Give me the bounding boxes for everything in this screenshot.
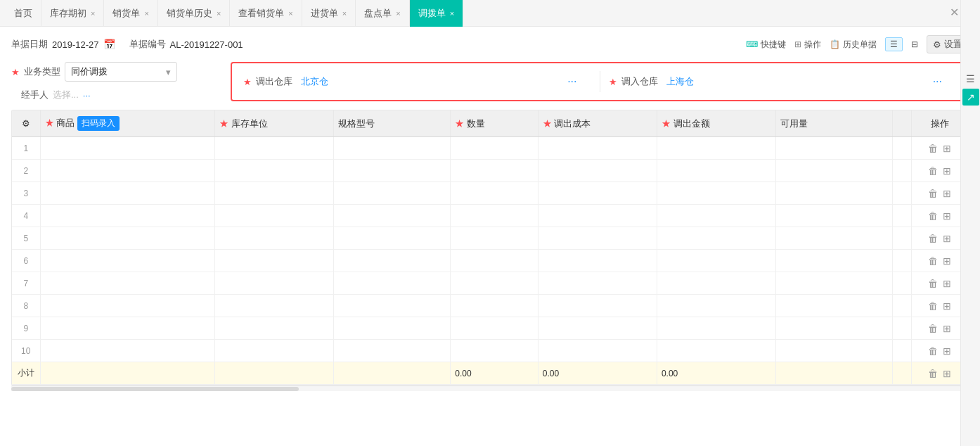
cell-qty[interactable]: [451, 137, 538, 160]
cell-qty[interactable]: [451, 250, 538, 272]
delete-icon[interactable]: 🗑: [928, 278, 938, 289]
cell-amount[interactable]: [657, 182, 775, 205]
cell-spec[interactable]: [334, 182, 451, 205]
cell-cost[interactable]: [538, 227, 657, 250]
cell-qty[interactable]: [451, 227, 538, 250]
cell-amount[interactable]: [657, 317, 775, 340]
close-icon[interactable]: ×: [217, 9, 221, 18]
cell-available[interactable]: [776, 182, 893, 205]
copy-icon[interactable]: ⊞: [943, 345, 951, 357]
delete-icon[interactable]: 🗑: [928, 210, 938, 222]
cell-spec[interactable]: [334, 160, 451, 182]
cell-amount[interactable]: [657, 250, 775, 272]
close-icon[interactable]: ×: [396, 9, 400, 18]
copy-icon[interactable]: ⊞: [943, 143, 951, 154]
cell-unit[interactable]: [215, 205, 334, 227]
window-close-button[interactable]: ✕: [950, 6, 959, 19]
cell-unit[interactable]: [215, 227, 334, 250]
cell-product[interactable]: [40, 340, 215, 362]
cell-amount[interactable]: [657, 272, 775, 295]
cell-spec[interactable]: [334, 272, 451, 295]
copy-icon[interactable]: ⊞: [943, 210, 951, 222]
cell-amount[interactable]: [657, 160, 775, 182]
cell-product[interactable]: [40, 160, 215, 182]
date-value[interactable]: 2019-12-27: [52, 39, 99, 50]
cell-amount[interactable]: [657, 205, 775, 227]
cell-qty[interactable]: [451, 160, 538, 182]
tab-purchase-order[interactable]: 进货单 ×: [302, 0, 356, 27]
cell-cost[interactable]: [538, 340, 657, 362]
operation-button[interactable]: ⊞ 操作: [794, 39, 821, 51]
cell-spec[interactable]: [334, 137, 451, 160]
delete-icon[interactable]: 🗑: [928, 323, 938, 334]
cell-unit[interactable]: [215, 295, 334, 317]
cell-unit[interactable]: [215, 340, 334, 362]
cell-product[interactable]: [40, 317, 215, 340]
cell-amount[interactable]: [657, 340, 775, 362]
delete-icon[interactable]: 🗑: [928, 368, 938, 379]
cell-amount[interactable]: [657, 137, 775, 160]
shortcut-button[interactable]: ⌨ 快捷键: [746, 39, 786, 51]
sidebar-list-icon[interactable]: ☰: [962, 70, 979, 87]
horizontal-scrollbar[interactable]: [11, 386, 969, 391]
copy-icon[interactable]: ⊞: [943, 300, 951, 312]
close-icon[interactable]: ×: [91, 9, 95, 18]
list-view-button[interactable]: ☰: [885, 37, 903, 51]
tab-transfer-order[interactable]: 调拨单 ×: [410, 0, 463, 27]
tab-inventory-check[interactable]: 盘点单 ×: [356, 0, 409, 27]
tab-view-sales[interactable]: 查看销货单 ×: [230, 0, 302, 27]
cell-amount[interactable]: [657, 295, 775, 317]
copy-icon[interactable]: ⊞: [943, 368, 951, 379]
cell-available[interactable]: [776, 205, 893, 227]
cell-spec[interactable]: [334, 340, 451, 362]
calendar-icon[interactable]: 📅: [103, 39, 115, 50]
cell-unit[interactable]: [215, 160, 334, 182]
cell-qty[interactable]: [451, 272, 538, 295]
copy-icon[interactable]: ⊞: [943, 233, 951, 244]
warehouse-in-value[interactable]: 上海仓: [666, 75, 694, 88]
delete-icon[interactable]: 🗑: [928, 345, 938, 357]
cell-product[interactable]: [40, 227, 215, 250]
close-icon[interactable]: ×: [144, 9, 148, 18]
history-button[interactable]: 📋 历史单据: [830, 39, 877, 51]
cell-cost[interactable]: [538, 182, 657, 205]
delete-icon[interactable]: 🗑: [928, 188, 938, 199]
tab-sales-order[interactable]: 销货单 ×: [104, 0, 157, 27]
sidebar-export-icon[interactable]: ↗: [962, 89, 979, 106]
cell-spec[interactable]: [334, 205, 451, 227]
handler-input[interactable]: 选择...: [53, 89, 79, 101]
tab-home[interactable]: 首页: [6, 0, 41, 27]
handler-dots-button[interactable]: ···: [83, 90, 91, 101]
cell-qty[interactable]: [451, 295, 538, 317]
cell-qty[interactable]: [451, 317, 538, 340]
cell-available[interactable]: [776, 272, 893, 295]
copy-icon[interactable]: ⊞: [943, 165, 951, 177]
cell-available[interactable]: [776, 250, 893, 272]
warehouse-in-dots-button[interactable]: ···: [933, 75, 942, 88]
cell-available[interactable]: [776, 160, 893, 182]
copy-icon[interactable]: ⊞: [943, 255, 951, 267]
warehouse-out-value[interactable]: 北京仓: [301, 75, 328, 88]
cell-cost[interactable]: [538, 317, 657, 340]
cell-product[interactable]: [40, 250, 215, 272]
cell-qty[interactable]: [451, 182, 538, 205]
grid-view-button[interactable]: ⊟: [911, 39, 918, 49]
cell-unit[interactable]: [215, 137, 334, 160]
tab-sales-history[interactable]: 销货单历史 ×: [158, 0, 230, 27]
delete-icon[interactable]: 🗑: [928, 233, 938, 244]
warehouse-out-dots-button[interactable]: ···: [567, 75, 576, 88]
cell-unit[interactable]: [215, 182, 334, 205]
cell-available[interactable]: [776, 340, 893, 362]
cell-unit[interactable]: [215, 272, 334, 295]
cell-unit[interactable]: [215, 317, 334, 340]
cell-product[interactable]: [40, 205, 215, 227]
cell-product[interactable]: [40, 272, 215, 295]
delete-icon[interactable]: 🗑: [928, 165, 938, 177]
cell-unit[interactable]: [215, 250, 334, 272]
cell-spec[interactable]: [334, 227, 451, 250]
close-icon[interactable]: ×: [342, 9, 347, 18]
cell-cost[interactable]: [538, 295, 657, 317]
scrollbar-thumb[interactable]: [11, 387, 299, 391]
scan-button[interactable]: 扫码录入: [77, 116, 120, 131]
col-settings-header[interactable]: ⚙: [12, 110, 40, 137]
